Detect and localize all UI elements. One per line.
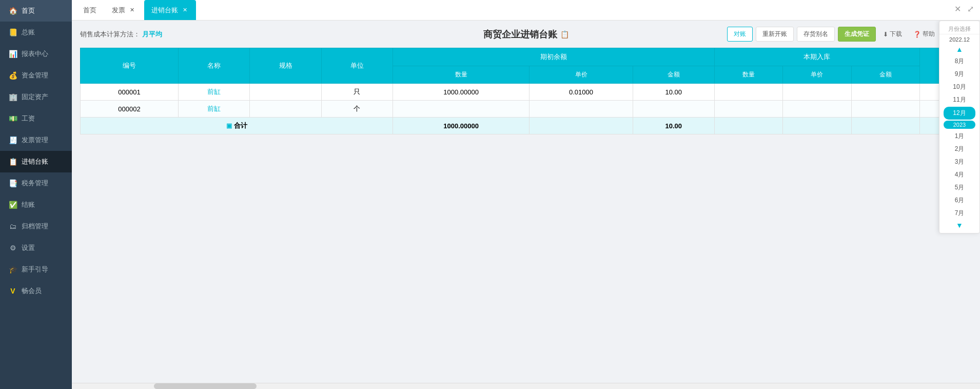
- total-opening-amount: 10.00: [633, 118, 714, 134]
- cell-name: 前缸: [178, 84, 249, 101]
- sidebar-item-home[interactable]: 🏠 首页: [0, 0, 72, 22]
- save-alias-button[interactable]: 存货别名: [797, 27, 835, 42]
- cell-spec: [250, 101, 321, 118]
- col-current-in-price: 单价: [783, 66, 851, 84]
- month-item-6[interactable]: 6月: [939, 194, 979, 207]
- generate-voucher-button[interactable]: 生成凭证: [838, 27, 876, 42]
- scroll-thumb[interactable]: [154, 383, 257, 389]
- sidebar-item-label: 税务管理: [22, 179, 48, 188]
- cost-method-label: 销售成本计算方法：: [80, 30, 140, 38]
- month-item-1[interactable]: 1月: [939, 130, 979, 143]
- tab-inventory-close[interactable]: ✕: [181, 6, 189, 14]
- tab-inventory[interactable]: 进销台账 ✕: [144, 0, 196, 20]
- page-title-icon: 📋: [560, 30, 569, 38]
- archive-icon: 🗂: [8, 222, 17, 230]
- tab-inventory-label: 进销台账: [151, 6, 178, 15]
- tab-invoice[interactable]: 发票 ✕: [105, 0, 143, 20]
- funds-icon: 💰: [8, 71, 17, 80]
- month-nav-down[interactable]: ▼: [939, 220, 979, 231]
- table-wrapper: 编号 名称 规格 单位 期初余额 本期入库 数 数量 单价 金额 数量 单价: [80, 48, 972, 134]
- total-row: ▣ 合计 1000.00000 10.00: [81, 118, 972, 134]
- cell-opening-qty: [393, 101, 530, 118]
- cell-code: 000001: [81, 84, 179, 101]
- settings-icon: ⚙: [8, 244, 17, 252]
- sidebar-item-archive[interactable]: 🗂 归档管理: [0, 216, 72, 237]
- download-label: 下载: [890, 30, 902, 38]
- sidebar-item-label: 畅会员: [22, 286, 42, 296]
- sidebar-item-guide[interactable]: 🎓 新手引导: [0, 259, 72, 280]
- month-item-12[interactable]: 12月: [944, 107, 975, 120]
- sidebar-item-label: 工资: [22, 114, 35, 123]
- month-item-5[interactable]: 5月: [939, 181, 979, 194]
- close-button[interactable]: ✕: [953, 3, 962, 15]
- month-nav-up[interactable]: ▲: [939, 44, 979, 55]
- bottom-scrollbar[interactable]: [72, 383, 980, 389]
- inventory-table: 编号 名称 规格 单位 期初余额 本期入库 数 数量 单价 金额 数量 单价: [80, 48, 972, 134]
- maximize-button[interactable]: ⤢: [966, 3, 975, 15]
- col-opening-amount: 金额: [633, 66, 714, 84]
- cell-opening-qty: 1000.00000: [393, 84, 530, 101]
- help-button[interactable]: ❓ 帮助: [909, 27, 939, 41]
- cell-current-in-price: [783, 84, 851, 101]
- reports-icon: 📊: [8, 50, 17, 58]
- month-panel: 月份选择 2022.12 ▲ 8月 9月 10月 11月 12月 2023 1月…: [939, 21, 980, 234]
- download-button[interactable]: ⬇ 下载: [879, 27, 906, 41]
- month-item-3[interactable]: 3月: [939, 155, 979, 168]
- month-panel-title: 月份选择: [939, 23, 979, 34]
- sidebar-item-assets[interactable]: 🏢 固定资产: [0, 86, 72, 108]
- assets-icon: 🏢: [8, 93, 17, 101]
- cost-method: 销售成本计算方法： 月平均: [80, 30, 162, 39]
- sidebar-item-tax[interactable]: 📑 税务管理: [0, 172, 72, 194]
- sidebar-item-label: 报表中心: [22, 49, 48, 59]
- tab-home[interactable]: 首页: [76, 0, 104, 20]
- sidebar-item-reports[interactable]: 📊 报表中心: [0, 43, 72, 65]
- cell-opening-amount: 10.00: [633, 84, 714, 101]
- month-item-10[interactable]: 10月: [939, 81, 979, 93]
- cell-current-in-qty: [714, 84, 782, 101]
- cell-opening-price: 0.01000: [530, 84, 633, 101]
- sidebar-item-label: 首页: [22, 6, 35, 15]
- sidebar-item-inventory[interactable]: 📋 进销台账: [0, 151, 72, 172]
- month-item-8[interactable]: 8月: [939, 55, 979, 68]
- sidebar-item-label: 设置: [22, 243, 35, 252]
- sidebar-item-label: 发票管理: [22, 135, 48, 145]
- salary-icon: 💵: [8, 114, 17, 123]
- sidebar-item-label: 进销台账: [22, 157, 48, 166]
- sidebar-item-label: 总账: [22, 28, 35, 37]
- sidebar-item-settle[interactable]: ✅ 结账: [0, 194, 72, 216]
- cell-current-in-qty: [714, 101, 782, 118]
- col-opening-balance: 期初余额: [393, 48, 715, 66]
- page-title: 商贸企业进销台账 📋: [483, 28, 569, 41]
- month-item-2[interactable]: 2月: [939, 143, 979, 155]
- sidebar-item-settings[interactable]: ⚙ 设置: [0, 237, 72, 259]
- cell-opening-price: [530, 101, 633, 118]
- sidebar-item-label: 归档管理: [22, 222, 48, 231]
- invoice-icon: 🧾: [8, 136, 17, 144]
- toolbar-buttons: 对账 重新开账 存货别名 生成凭证 ⬇ 下载 ❓ 帮助 🔄 刷新: [727, 27, 972, 42]
- cell-current-in-amount: [851, 84, 919, 101]
- table-row: 000001 前缸 只 1000.00000 0.01000 10.00: [81, 84, 972, 101]
- sidebar-item-vip[interactable]: V 畅会员: [0, 280, 72, 302]
- month-item-9[interactable]: 9月: [939, 68, 979, 81]
- total-opening-qty: 1000.00000: [393, 118, 530, 134]
- settle-icon: ✅: [8, 201, 17, 209]
- cell-current-in-amount: [851, 101, 919, 118]
- sidebar-item-ledger[interactable]: 📒 总账: [0, 22, 72, 43]
- month-item-11[interactable]: 11月: [939, 93, 979, 106]
- month-item-7[interactable]: 7月: [939, 207, 979, 220]
- col-code: 编号: [81, 48, 179, 84]
- sidebar-item-label: 结账: [22, 200, 35, 209]
- sidebar-item-label: 固定资产: [22, 92, 48, 102]
- col-opening-qty: 数量: [393, 66, 530, 84]
- sidebar-item-salary[interactable]: 💵 工资: [0, 108, 72, 129]
- month-item-4[interactable]: 4月: [939, 168, 979, 181]
- reconcile-button[interactable]: 对账: [727, 27, 753, 42]
- sidebar-item-invoice[interactable]: 🧾 发票管理: [0, 129, 72, 151]
- sidebar: 🏠 首页 📒 总账 📊 报表中心 💰 资金管理 🏢 固定资产 💵 工资 🧾 发票…: [0, 0, 72, 389]
- download-icon: ⬇: [883, 31, 888, 38]
- total-current-in-price: [783, 118, 851, 134]
- reopen-button[interactable]: 重新开账: [756, 27, 794, 42]
- sidebar-item-funds[interactable]: 💰 资金管理: [0, 65, 72, 86]
- page-title-text: 商贸企业进销台账: [483, 28, 557, 41]
- tab-invoice-close[interactable]: ✕: [128, 6, 136, 14]
